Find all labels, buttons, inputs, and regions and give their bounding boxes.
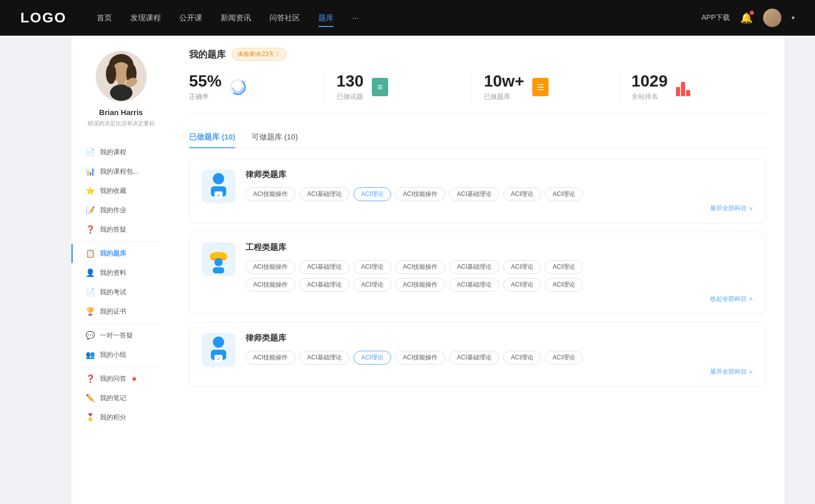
tabs-row: 已做题库 (10)可做题库 (10) <box>189 128 766 149</box>
lawyer-icon: ✓ <box>206 172 231 201</box>
qbank-tag[interactable]: ACI基础理论 <box>300 278 349 292</box>
nav-item-···[interactable]: ··· <box>352 11 359 25</box>
sidebar-item-我的考试[interactable]: 📄我的考试 <box>71 283 171 302</box>
qbank-tag[interactable]: ACI基础理论 <box>449 278 499 292</box>
expand-button[interactable]: 展开全部科目 ∨ <box>246 368 753 376</box>
qbank-tag[interactable]: ACI理论 <box>354 260 391 274</box>
avatar-image <box>763 9 781 27</box>
sidebar-item-一对一答疑[interactable]: 💬一对一答疑 <box>71 326 171 345</box>
avatar[interactable] <box>763 9 781 27</box>
svg-point-11 <box>213 173 224 184</box>
qbank-tag[interactable]: ACI理论 <box>545 260 583 274</box>
sidebar-item-我的小组[interactable]: 👥我的小组 <box>71 345 171 365</box>
stat-icon <box>675 78 693 96</box>
sidebar-menu: 📄我的课程📊我的课程包...⭐我的收藏📝我的作业❓我的答疑📋我的题库👤我的资料📄… <box>71 143 171 427</box>
sidebar-item-我的题库[interactable]: 📋我的题库 <box>71 244 171 263</box>
qbank-tag[interactable]: ACI理论 <box>503 278 541 292</box>
menu-icon: 📝 <box>86 206 95 215</box>
nav-item-首页[interactable]: 首页 <box>97 11 112 25</box>
qbank-icon-wrap: ✓ <box>202 170 235 203</box>
stat-label: 正确率 <box>189 92 222 101</box>
menu-icon: ❓ <box>86 374 95 383</box>
qbank-tag[interactable]: ACI理论 <box>503 351 541 365</box>
qbank-tag[interactable]: ACI技能操作 <box>395 187 445 201</box>
sidebar-item-我的作业[interactable]: 📝我的作业 <box>71 201 171 220</box>
qbank-title: 律师类题库 <box>246 170 753 180</box>
notification-bell[interactable]: 🔔 <box>740 12 753 24</box>
nav-item-发现课程[interactable]: 发现课程 <box>130 11 161 25</box>
profile-avatar[interactable] <box>96 51 147 102</box>
nav-item-公开课[interactable]: 公开课 <box>179 11 202 25</box>
qbank-tag[interactable]: ACI技能操作 <box>395 278 445 292</box>
nav-item-新闻资讯[interactable]: 新闻资讯 <box>221 11 251 25</box>
tab-已做题库 (10)[interactable]: 已做题库 (10) <box>189 128 235 148</box>
main-content: 我的题库 体验剩余23天！ 55% 正确率 130 已做试题 ≡ 10w+ 已做… <box>171 36 784 504</box>
menu-label: 我的证书 <box>100 307 126 316</box>
stats-row: 55% 正确率 130 已做试题 ≡ 10w+ 已做题库 ☰ 1029 全站排名 <box>189 73 766 114</box>
sidebar-item-我的收藏[interactable]: ⭐我的收藏 <box>71 181 171 201</box>
qbank-tag[interactable]: ACI基础理论 <box>449 260 499 274</box>
qbank-tag[interactable]: ACI技能操作 <box>246 187 295 201</box>
expand-button[interactable]: 展开全部科目 ∨ <box>246 204 753 213</box>
stat-item-已做试题: 130 已做试题 ≡ <box>337 73 472 101</box>
qbank-tag[interactable]: ACI理论 <box>545 278 583 292</box>
stat-value: 130 <box>337 73 364 89</box>
qbank-tag[interactable]: ACI理论 <box>545 351 583 365</box>
tab-可做题库 (10)[interactable]: 可做题库 (10) <box>252 128 298 148</box>
stat-item-全站排名: 1029 全站排名 <box>632 73 767 101</box>
qbank-tag[interactable]: ACI技能操作 <box>395 260 445 274</box>
qbank-tag[interactable]: ACI技能操作 <box>395 351 445 365</box>
qbank-tag[interactable]: ACI基础理论 <box>300 351 349 365</box>
sidebar-item-我的答疑[interactable]: ❓我的答疑 <box>71 220 171 239</box>
menu-icon: ❓ <box>86 225 95 234</box>
sidebar-item-我的积分[interactable]: 🎖️我的积分 <box>71 408 171 427</box>
nav-item-问答社区[interactable]: 问答社区 <box>269 11 300 25</box>
nav-item-题库[interactable]: 题库 <box>318 11 334 25</box>
qbank-tag[interactable]: ACI基础理论 <box>449 351 499 365</box>
sidebar-item-我的课程包...[interactable]: 📊我的课程包... <box>71 162 171 181</box>
sidebar-divider <box>82 323 160 324</box>
qbank-tag[interactable]: ACI理论 <box>354 278 391 292</box>
qbank-content: 律师类题库ACI技能操作ACI基础理论ACI理论ACI技能操作ACI基础理论AC… <box>246 333 753 376</box>
page-title: 我的题库 <box>189 48 226 61</box>
right-spacer <box>784 36 815 504</box>
qbank-tag[interactable]: ACI基础理论 <box>449 187 499 201</box>
lawyer-icon: ✓ <box>206 335 231 364</box>
trial-badge: 体验剩余23天！ <box>232 48 286 61</box>
menu-icon: 📄 <box>86 148 95 157</box>
sidebar-divider <box>82 367 160 367</box>
sidebar-item-我的资料[interactable]: 👤我的资料 <box>71 263 171 283</box>
page-layout: Brian Harris 错误的决定比没有决定要好 📄我的课程📊我的课程包...… <box>0 36 815 504</box>
qbank-title: 工程类题库 <box>246 242 753 253</box>
qbank-tag[interactable]: ACI技能操作 <box>246 260 295 274</box>
qbank-tag[interactable]: ACI基础理论 <box>300 260 349 274</box>
menu-icon: 💬 <box>86 331 95 340</box>
qbank-tag[interactable]: ACI理论 <box>503 187 541 201</box>
menu-icon: 📋 <box>86 249 95 258</box>
sidebar-item-我的课程[interactable]: 📄我的课程 <box>71 143 171 162</box>
qbank-cards: ✓ 律师类题库ACI技能操作ACI基础理论ACI理论ACI技能操作ACI基础理论… <box>189 159 766 387</box>
qbank-content: 律师类题库ACI技能操作ACI基础理论ACI理论ACI技能操作ACI基础理论AC… <box>246 170 753 213</box>
sidebar-item-我的笔记[interactable]: ✏️我的笔记 <box>71 388 171 408</box>
qbank-tag[interactable]: ACI基础理论 <box>300 187 349 201</box>
menu-icon: 🎖️ <box>86 413 95 422</box>
collapse-button[interactable]: 收起全部科目 ∧ <box>246 295 753 303</box>
qbank-tag[interactable]: ACI技能操作 <box>246 278 295 292</box>
sidebar-item-我的证书[interactable]: 🏆我的证书 <box>71 302 171 321</box>
qbank-tag[interactable]: ACI技能操作 <box>246 351 295 365</box>
app-download-button[interactable]: APP下载 <box>701 13 730 22</box>
qbank-content: 工程类题库ACI技能操作ACI基础理论ACI理论ACI技能操作ACI基础理论AC… <box>246 242 753 303</box>
profile-name: Brian Harris <box>99 108 143 117</box>
qbank-tag[interactable]: ACI理论 <box>503 260 541 274</box>
qbank-tag[interactable]: ACI理论 <box>354 351 391 365</box>
menu-icon: 🏆 <box>86 307 95 316</box>
qbank-icon-wrap <box>202 242 235 276</box>
sidebar-item-我的问答[interactable]: ❓我的问答 <box>71 369 171 388</box>
qbank-tag[interactable]: ACI理论 <box>545 187 583 201</box>
chevron-down-icon[interactable]: ▾ <box>792 14 795 21</box>
profile-motto: 错误的决定比没有决定要好 <box>88 120 155 127</box>
svg-text:✓: ✓ <box>216 192 221 198</box>
menu-icon: 👤 <box>86 268 95 277</box>
qbank-tag[interactable]: ACI理论 <box>354 187 391 201</box>
menu-red-dot <box>132 377 136 381</box>
